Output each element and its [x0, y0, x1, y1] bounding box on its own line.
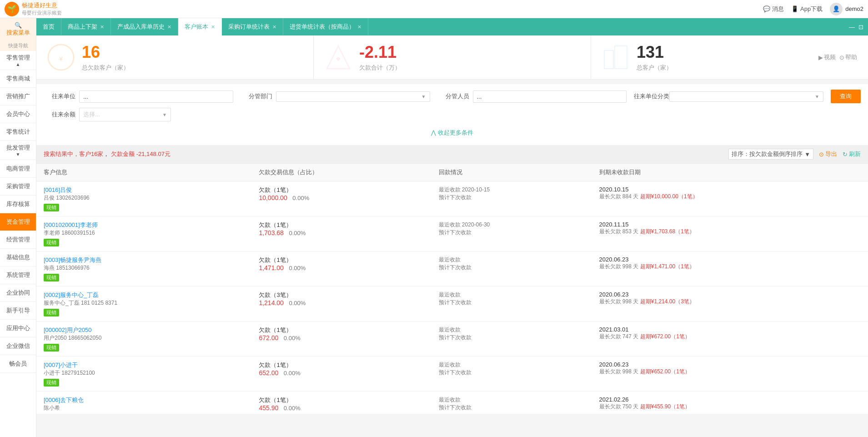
overdue-amount[interactable]: 超期¥1,471.00（1笔）	[640, 263, 695, 270]
sidebar-item-retail-mgmt[interactable]: 零售管理 ▲	[0, 51, 36, 70]
svg-text:❖: ❖	[336, 55, 341, 62]
message-btn[interactable]: 💬 消息	[763, 5, 784, 13]
customer-phone: 服务中心_丁磊 181 0125 8371	[44, 300, 117, 306]
sidebar-item-ecommerce[interactable]: 电商管理	[0, 160, 36, 178]
from-unit-input[interactable]: ...	[79, 90, 233, 103]
tab-home-label: 首页	[43, 23, 55, 31]
overdue-amount[interactable]: 超期¥652.00（1笔）	[640, 368, 690, 375]
manager-dots: ...	[477, 93, 482, 100]
ecommerce-label: 电商管理	[2, 165, 34, 173]
tab-production-history-close[interactable]: ✕	[167, 24, 171, 30]
sidebar-item-retail-stats[interactable]: 零售统计	[0, 123, 36, 141]
app-download-btn[interactable]: 📱 App下载	[791, 5, 823, 13]
latest-payment: 最近收款	[439, 326, 461, 333]
total-customers-icon	[602, 44, 629, 71]
user-name: demo2	[845, 5, 863, 12]
customer-name-link[interactable]: [0001020001]李老师	[44, 221, 98, 228]
table-container: 客户信息 欠款交易信息（占比） 回款情况 到期未收款日期 [0016]吕俊 吕俊…	[36, 164, 868, 414]
sidebar-item-ops-mgmt[interactable]: 经营管理	[0, 231, 36, 249]
unit-class-select[interactable]: ▼	[669, 91, 823, 102]
sidebar-item-marketing[interactable]: 营销推广	[0, 88, 36, 105]
dept-select[interactable]: ▼	[276, 91, 430, 102]
tab-products-offline-close[interactable]: ✕	[100, 24, 104, 30]
table-row: [0001020001]李老师 李老师 18600391516 现销 欠款（1笔…	[36, 216, 868, 251]
sidebar-item-corp-collab[interactable]: 企业协同	[0, 284, 36, 302]
sidebar-item-new-guide[interactable]: 新手引导	[0, 302, 36, 320]
overdue-date: 2021.02.26	[599, 396, 629, 403]
tab-home[interactable]: 首页	[36, 18, 61, 35]
sidebar-item-purchase-mgmt[interactable]: 采购管理	[0, 178, 36, 196]
message-icon: 💬	[763, 5, 770, 12]
filter-row-1: 往来单位 ... 分管部门 ▼	[44, 90, 861, 103]
tab-purchase-stats[interactable]: 采购订单统计表 ✕	[222, 18, 283, 35]
results-summary: 搜索结果中，客户16家	[44, 151, 103, 157]
refresh-btn[interactable]: ↻ 刷新	[843, 150, 861, 158]
sidebar-search[interactable]: 🔍 搜索菜单	[0, 18, 36, 40]
debt-info-cell: 欠款（1笔） 1,703.68 0.00%	[251, 216, 431, 251]
manager-input[interactable]: ...	[473, 90, 627, 103]
results-actions: 排序：按欠款金额倒序排序 ▼ ⊙ 导出 ↻ 刷新	[728, 149, 861, 160]
tab-customer-account-close[interactable]: ✕	[211, 24, 215, 30]
overdue-amount[interactable]: 超期¥1,703.68（1笔）	[640, 228, 695, 235]
unit-class-label: 往来单位分类	[634, 92, 666, 100]
overdue-amount[interactable]: 超期¥10,000.00（1笔）	[640, 193, 698, 200]
overdue-date-cell: 2021.02.26 最长欠款 750 天 超期¥455.90（1笔）	[592, 392, 868, 414]
query-button[interactable]: 查询	[831, 90, 861, 103]
export-btn[interactable]: ⊙ 导出	[819, 150, 837, 158]
sidebar-item-retail-store[interactable]: 零售商城	[0, 70, 36, 88]
customer-tag: 现销	[44, 239, 59, 246]
sidebar-item-inventory[interactable]: 库存核算	[0, 196, 36, 213]
tab-purchase-stats-close[interactable]: ✕	[272, 24, 276, 30]
sidebar-item-sys-mgmt[interactable]: 系统管理	[0, 266, 36, 284]
message-label: 消息	[772, 5, 784, 13]
debt-customers-value: 16	[82, 43, 129, 62]
tab-purchase-stats2[interactable]: 进货单统计表（按商品） ✕	[283, 18, 368, 35]
play-icon: ▶	[818, 54, 823, 61]
tab-production-history[interactable]: 产成品入库单历史 ✕	[111, 18, 178, 35]
customer-name-link[interactable]: [0016]吕俊	[44, 186, 72, 193]
sidebar-item-basic-info[interactable]: 基础信息	[0, 249, 36, 266]
mobile-icon: 📱	[791, 5, 798, 12]
recovery-cell: 最近收款 预计下次收款	[431, 286, 592, 321]
sidebar-item-batch-mgmt[interactable]: 批发管理 ▼	[0, 141, 36, 160]
tab-purchase-stats2-close[interactable]: ✕	[357, 24, 361, 30]
next-payment: 预计下次收款	[439, 229, 472, 236]
sidebar-item-capital-mgmt[interactable]: 资金管理	[0, 213, 36, 231]
customer-name-link[interactable]: [0007]小进干	[44, 362, 78, 368]
dept-arrow: ▼	[421, 94, 426, 99]
next-payment: 预计下次收款	[439, 299, 472, 306]
debt-count: 欠款（1笔）	[259, 186, 291, 193]
customer-name-link[interactable]: [0006]去下粮仓	[44, 397, 84, 403]
member-center-label: 会员中心	[2, 110, 34, 118]
page-content: ¥ 16 总欠款客户（家） ❖ -2.11 欠款合计（万）	[36, 35, 868, 437]
corp-wechat-label: 企业微信	[2, 342, 34, 350]
help-btn[interactable]: ⊙ 帮助	[839, 53, 857, 61]
manager-filter: 分管人员 ...	[437, 90, 627, 103]
collapse-row[interactable]: ⋀ 收起更多条件	[44, 126, 861, 140]
sidebar-item-app-center[interactable]: 应用中心	[0, 320, 36, 337]
customer-name-link[interactable]: [000002]用户2050	[44, 326, 92, 333]
customer-phone: 用户2050 18665062050	[44, 335, 101, 341]
overdue-amount[interactable]: 超期¥672.00（1笔）	[640, 333, 690, 340]
sidebar-item-member-plus[interactable]: 畅会员	[0, 355, 36, 373]
expand-arrow2: ▼	[16, 152, 20, 157]
balance-select[interactable]: 选择... ▼	[79, 108, 171, 121]
col-debt-info: 欠款交易信息（占比）	[251, 164, 431, 181]
minimize-btn[interactable]: —	[849, 24, 855, 30]
view-video-btn[interactable]: ▶ 视频	[818, 53, 836, 61]
tab-customer-account[interactable]: 客户账本 ✕	[178, 18, 222, 35]
customer-phone: 陈小希	[44, 405, 60, 411]
customer-name-link[interactable]: [0002]服务中心_丁磊	[44, 291, 99, 298]
customer-name-link[interactable]: [0003]畅捷服务尹海燕	[44, 256, 101, 263]
overdue-amount[interactable]: 超期¥455.90（1笔）	[640, 403, 690, 410]
table-row: [0002]服务中心_丁磊 服务中心_丁磊 181 0125 8371 现销 欠…	[36, 286, 868, 321]
sidebar-item-member-center[interactable]: 会员中心	[0, 105, 36, 123]
maximize-btn[interactable]: ⊡	[858, 24, 863, 30]
overdue-amount[interactable]: 超期¥1,214.00（3笔）	[640, 298, 695, 305]
sort-select[interactable]: 排序：按欠款金额倒序排序 ▼	[728, 149, 813, 160]
tab-products-offline[interactable]: 商品上下架 ✕	[61, 18, 111, 35]
user-menu[interactable]: 👤 demo2	[830, 3, 863, 15]
tab-purchase-stats2-label: 进货单统计表（按商品）	[290, 23, 355, 31]
stat-info-debt-customers: 16 总欠款客户（家）	[82, 43, 129, 72]
sidebar-item-corp-wechat[interactable]: 企业微信	[0, 337, 36, 355]
